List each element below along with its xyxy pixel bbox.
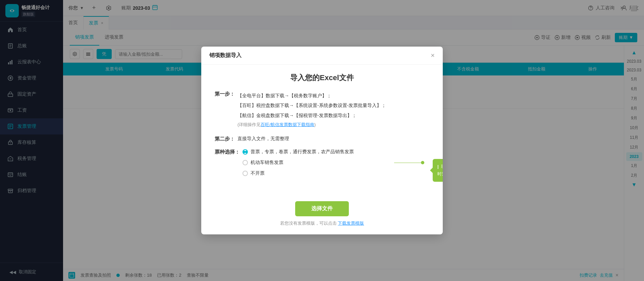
dialog-close-btn[interactable]: × [431,52,435,59]
radio-normal-circle [243,149,248,155]
step2-row: 第二步： 直接导入文件，无需整理 [215,136,429,142]
step1-line1: 【百旺】税控盘数据下载→【系统设置-系统参数设置-发票批量导入】； [237,101,386,110]
dialog-header: 销项数据导入 × [201,47,443,65]
overlay: 销项数据导入 × 导入您的Excel文件 第一步： 【全电平台】数据下载→【税务… [0,0,644,281]
footer-hint: 若您没有发票模版，可以点击 下载发票模版 [280,220,364,226]
step1-line2: 【航信】金税盘数据下载→【报税管理-发票数据导出】； [237,111,386,120]
dialog-footer: 选择文件 若您没有发票模版，可以点击 下载发票模版 [201,196,443,234]
import-dialog: 销项数据导入 × 导入您的Excel文件 第一步： 【全电平台】数据下载→【税务… [201,47,443,234]
step2-label: 第二步： [215,136,235,142]
step1-row: 第一步： 【全电平台】数据下载→【税务数字账户】； 【百旺】税控盘数据下载→【系… [215,91,429,129]
ticket-label: 票种选择： [215,149,240,155]
radio-no-ticket-circle [243,171,248,176]
dialog-import-title: 导入您的Excel文件 [215,73,429,83]
step1-label: 第一步： [215,91,235,97]
radio-no-ticket[interactable]: 不开票 [243,170,354,176]
dialog-body: 导入您的Excel文件 第一步： 【全电平台】数据下载→【税务数字账户】； 【百… [201,65,443,196]
step2-content: 直接导入文件，无需整理 [237,136,289,142]
radio-motor-circle [243,160,248,165]
radio-motor[interactable]: 机动车销售发票 [243,160,354,166]
radio-normal[interactable]: 普票，专票，卷票，通行费发票，农产品销售发票 [243,149,354,155]
step1-link: (详细操作见百旺/航信发票数据下载指南) [237,120,386,129]
download-template-link[interactable]: 下载发票模版 [338,221,364,226]
ticket-type-row: 票种选择： 普票，专票，卷票，通行费发票，农产品销售发票 机动车销售发票 [215,149,429,181]
ticket-tooltip: × | 现在支持的票种多了，导入发票时别忘了选择正确的发票类型呀! [433,159,443,182]
step1-line0: 【全电平台】数据下载→【税务数字账户】； [237,91,386,101]
guide-link[interactable]: 百旺/航信发票数据下载指南 [261,122,314,127]
select-file-btn[interactable]: 选择文件 [295,201,349,216]
